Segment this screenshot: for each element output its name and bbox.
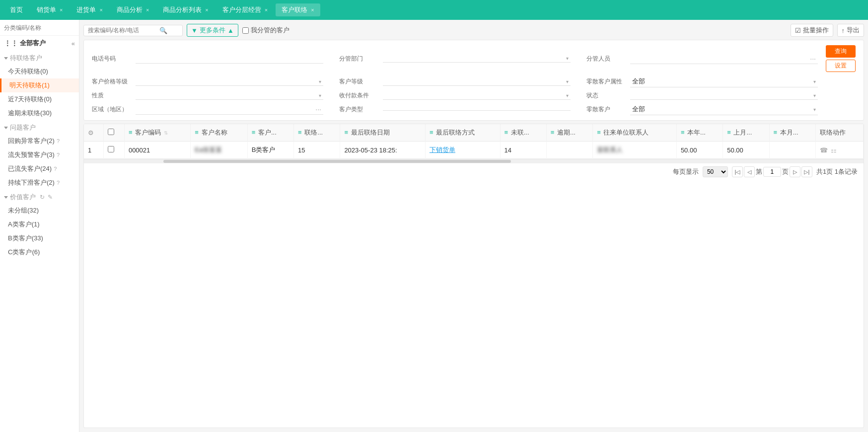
col-this-month[interactable]: ≡ 本月... (769, 124, 815, 142)
col-last-month[interactable]: ≡ 上月... (723, 124, 769, 142)
sidebar-item-lost-warning[interactable]: 流失预警客户(3) ? (0, 148, 79, 162)
query-button[interactable]: 查询 (826, 45, 856, 58)
col-contacts[interactable]: ≡ 联络... (294, 124, 340, 142)
col-settings[interactable]: ⚙ (84, 124, 104, 142)
prev-page-button[interactable]: ◁ (744, 166, 755, 177)
sidebar-item-overdue-pending[interactable]: 逾期未联络(30) (0, 106, 79, 120)
col-code[interactable]: ≡ 客户编码 ⇅ (124, 124, 190, 142)
cell-checkbox[interactable] (104, 142, 125, 159)
refresh-icon[interactable]: ↻ (40, 194, 45, 201)
batch-button[interactable]: ☑ 批量操作 (791, 24, 833, 37)
col-last-method[interactable]: ≡ 最后联络方式 (425, 124, 500, 142)
customer-type-select[interactable] (383, 108, 571, 111)
select-all-checkbox[interactable] (108, 129, 114, 135)
gender-select[interactable]: ▾ (136, 92, 323, 100)
sidebar-item-abnormal[interactable]: 回购异常客户(2) ? (0, 134, 79, 148)
search-input[interactable] (88, 27, 157, 34)
triangle-icon (4, 127, 8, 129)
region-select[interactable]: ··· (136, 104, 323, 115)
scrollbar-thumb[interactable] (163, 160, 511, 163)
col-last-date[interactable]: ≡ 最后联络日期 (340, 124, 426, 142)
col-contacts-person[interactable]: ≡ 往来单位联系人 (593, 124, 677, 142)
horizontal-scrollbar[interactable] (84, 159, 864, 163)
nav-product-analysis-list[interactable]: 商品分析列表 × (157, 3, 214, 16)
manager-select[interactable]: ··· (630, 54, 818, 64)
question-icon: ? (57, 180, 60, 186)
nav-purchase-order[interactable]: 进货单 × (71, 3, 108, 16)
problem-group-title: 问题客户 (0, 120, 79, 134)
sidebar-search-input[interactable] (4, 24, 78, 31)
dots-icon[interactable]: ··· (315, 105, 321, 113)
search-icon[interactable]: 🔍 (159, 27, 167, 34)
chevron-down-icon: ▾ (566, 93, 569, 98)
sidebar-item-c-class[interactable]: C类客户(6) (0, 245, 79, 259)
cell-no-contact: 14 (500, 142, 546, 159)
filter-row-3: 性质 ▾ 收付款条件 ▾ 状态 (92, 91, 856, 100)
sidebar-item-today-pending[interactable]: 今天待联络(0) (0, 65, 79, 78)
my-customers-checkbox[interactable]: 我分管的客户 (242, 26, 289, 35)
nav-customer-contact[interactable]: 客户联络 × (276, 3, 320, 16)
nav-customer-stratification[interactable]: 客户分层经营 × (217, 3, 274, 16)
row-checkbox[interactable] (108, 146, 114, 152)
sidebar-item-lost[interactable]: 已流失客户(24) ? (0, 162, 79, 176)
collapse-icon[interactable]: « (72, 40, 75, 47)
price-level-select[interactable]: ▾ (136, 78, 323, 86)
col-type[interactable]: ≡ 客户... (247, 124, 293, 142)
filter-cell-region: 区域（地区） ··· (92, 104, 323, 115)
dept-select[interactable]: ▾ (383, 55, 571, 63)
dots-icon[interactable]: ··· (810, 55, 816, 63)
sidebar-item-week-pending[interactable]: 近7天待联络(0) (0, 92, 79, 106)
first-page-button[interactable]: |◁ (732, 166, 743, 177)
col-overdue[interactable]: ≡ 逾期... (546, 124, 592, 142)
filter-cell-customer-type: 客户类型 (339, 105, 571, 114)
phone-input[interactable] (136, 54, 323, 64)
nav-close-icon[interactable]: × (99, 7, 102, 13)
filter-button[interactable]: ▼ 更多条件 ▲ (187, 24, 238, 37)
cell-last-method[interactable]: 下销货单 (425, 142, 500, 159)
sidebar: 🔍 ⋮⋮ 全部客户 « 待联络客户 今天待联络(0) 明天待联络(1) 近7天待… (0, 20, 79, 432)
nav-close-icon[interactable]: × (205, 7, 208, 13)
sidebar-item-ungrouped[interactable]: 未分组(32) (0, 204, 79, 217)
sidebar-item-b-class[interactable]: B类客户(33) (0, 231, 79, 245)
settings-button[interactable]: 设置 (826, 60, 856, 72)
sidebar-item-declining[interactable]: 持续下滑客户(2) ? (0, 176, 79, 190)
nav-home[interactable]: 首页 (4, 3, 29, 16)
filter-cell-customer-level: 客户等级 ▾ (339, 77, 571, 86)
sort-icon[interactable]: ⇅ (164, 130, 168, 136)
cell-action: ☎ ⚏ (815, 142, 863, 159)
cell-code: 000021 (124, 142, 190, 159)
nav-close-icon[interactable]: × (265, 7, 268, 13)
nav-product-analysis[interactable]: 商品分析 × (111, 3, 155, 16)
all-customers-title[interactable]: ⋮⋮ 全部客户 « (0, 36, 79, 51)
col-this-year[interactable]: ≡ 本年... (676, 124, 723, 142)
last-page-button[interactable]: ▷| (801, 166, 812, 177)
col-checkbox[interactable] (104, 124, 125, 142)
edit-icon[interactable]: ✎ (48, 194, 53, 201)
retail-customer-select[interactable]: 全部 ▾ (630, 104, 818, 115)
question-icon: ? (54, 166, 57, 172)
nav-sales-order[interactable]: 销货单 × (31, 3, 69, 16)
gear-icon[interactable]: ⚙ (88, 129, 94, 137)
status-select[interactable]: ▾ (630, 92, 818, 100)
per-page-select[interactable]: 50 100 200 (703, 166, 728, 177)
nav-close-icon[interactable]: × (311, 7, 314, 13)
retail-attr-select[interactable]: 全部 ▾ (630, 76, 818, 87)
payment-select[interactable]: ▾ (383, 92, 571, 100)
sidebar-item-a-class[interactable]: A类客户(1) (0, 217, 79, 231)
sidebar-search-area: 🔍 (0, 20, 79, 36)
sidebar-item-tomorrow-pending[interactable]: 明天待联络(1) (0, 78, 79, 92)
customer-level-select[interactable]: ▾ (383, 78, 571, 86)
col-action[interactable]: 联络动作 (815, 124, 863, 142)
next-page-button[interactable]: ▷ (790, 166, 800, 177)
col-name[interactable]: ≡ 客户名称 (191, 124, 247, 142)
nav-close-icon[interactable]: × (60, 7, 63, 13)
last-method-link[interactable]: 下销货单 (430, 146, 455, 153)
my-customers-check[interactable] (242, 27, 249, 34)
phone-action-icon[interactable]: ☎ (820, 146, 828, 154)
nav-close-icon[interactable]: × (146, 7, 149, 13)
chevron-down-icon: ▾ (319, 79, 321, 84)
col-no-contact[interactable]: ≡ 未联... (500, 124, 546, 142)
page-number-input[interactable] (763, 167, 781, 177)
more-action-icon[interactable]: ⚏ (831, 146, 837, 154)
export-button[interactable]: ↑ 导出 (837, 24, 865, 37)
